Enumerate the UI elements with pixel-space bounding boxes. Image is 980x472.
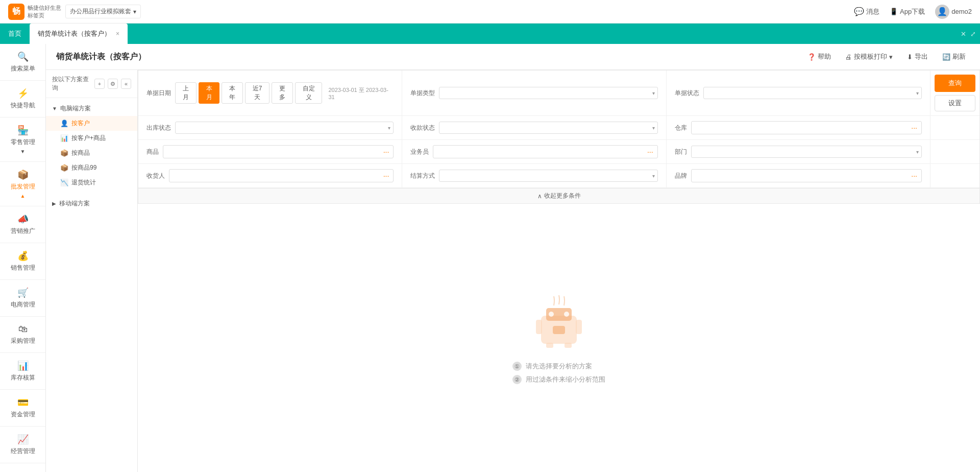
purchase-icon: 🛍 [18,324,28,335]
scheme-panel: 按以下方案查询 + ⚙ « ▼ 电脑端方案 👤 按客户 [46,70,138,472]
receipt-status-select[interactable] [439,122,657,134]
empty-tip-1: ① 请先选择要分析的方案 [512,360,605,373]
retail-icon: 🏪 [17,125,29,136]
date-btn-last-month[interactable]: 上月 [175,82,197,104]
chevron-up-icon: ∧ [537,193,542,200]
scheme-settings-button[interactable]: ⚙ [108,79,118,89]
scheme-panel-header: 按以下方案查询 + ⚙ « [46,70,137,98]
warehouse-label: 仓库 [675,124,687,132]
warehouse-select-button[interactable]: ··· [911,124,917,132]
sidebar-item-wholesale[interactable]: 📦 批发管理 ▲ [0,162,45,206]
scheme-item-by-goods[interactable]: 📦 按商品 [46,146,137,160]
out-status-label: 出库状态 [146,124,171,132]
content-with-panel: 按以下方案查询 + ⚙ « ▼ 电脑端方案 👤 按客户 [46,70,980,472]
sidebar-item-marketing[interactable]: 📣 营销推广 [0,206,45,243]
scheme-item-return-stats[interactable]: 📉 退货统计 [46,175,137,190]
message-button[interactable]: 💬 消息 [854,7,879,16]
expand-icon: ▼ [20,149,26,154]
receiver-label: 收货人 [146,172,165,180]
date-btn-this-month[interactable]: 本月 [199,82,220,104]
dept-select-container [691,146,922,158]
sidebar-item-ecom[interactable]: 🛒 电商管理 [0,280,45,317]
sidebar-item-quick-nav[interactable]: ⚡ 快捷导航 [0,81,45,117]
sidebar-item-search-menu[interactable]: 🔍 搜索菜单 [0,44,45,81]
doc-type-select[interactable] [439,87,657,99]
sidebar-item-retail[interactable]: 🏪 零售管理 ▼ [0,117,45,162]
out-status-select[interactable] [175,122,394,134]
doc-type-label: 单据类型 [410,89,435,98]
add-scheme-button[interactable]: + [94,79,105,89]
salesperson-select-button[interactable]: ··· [647,148,653,156]
app-download-button[interactable]: 📱 App下载 [890,7,925,16]
date-filter-label: 单据日期 [146,89,171,98]
ecom-icon: 🛒 [17,287,29,298]
top-bar-left: 畅 畅捷信好生意 标签页 办公用品行业模拟账套 ▾ [8,4,141,20]
date-btn-7days[interactable]: 近7天 [245,82,270,104]
out-status-select-container [175,122,394,134]
scheme-item-by-customer-goods[interactable]: 📊 按客户+商品 [46,131,137,146]
expand-arrow-icon: ▼ [52,106,57,111]
message-icon: 💬 [854,7,864,16]
settings-button[interactable]: 设置 [935,95,975,111]
expand-arrow-icon: ▶ [52,201,56,206]
collapse-filter-button[interactable]: ∧ 收起更多条件 [138,188,979,203]
settle-method-label: 结算方式 [410,172,435,180]
company-select[interactable]: 办公用品行业模拟账套 ▾ [65,5,141,18]
top-bar: 畅 畅捷信好生意 标签页 办公用品行业模拟账套 ▾ 💬 消息 📱 App下载 👤… [0,0,980,23]
refresh-icon: 🔄 [942,53,950,61]
refresh-button[interactable]: 🔄 刷新 [938,50,970,63]
logo-area: 畅 畅捷信好生意 标签页 [8,4,61,20]
query-button[interactable]: 查询 [935,75,975,92]
user-menu[interactable]: 👤 demo2 [935,5,972,19]
scheme-panel-actions: + ⚙ « [94,79,131,89]
filter-section: 单据日期 上月 本月 本年 近7天 更多 自定义 2023-03-01 至 20… [138,70,980,204]
receiver-select-button[interactable]: ··· [383,172,389,180]
goods-select-button[interactable]: ··· [383,148,389,156]
sidebar-item-finance[interactable]: 💳 资金管理 [0,390,45,427]
doc-status-select[interactable] [703,87,922,99]
sidebar-item-sales[interactable]: 💰 销售管理 [0,243,45,280]
doc-type-select-container [439,87,657,99]
logo-text: 畅捷信好生意 标签页 [28,4,61,19]
home-tab[interactable]: 首页 [0,23,30,44]
date-btn-more[interactable]: 更多 [272,82,293,104]
date-btn-this-year[interactable]: 本年 [222,82,243,104]
dept-select[interactable] [691,146,922,158]
date-btn-custom[interactable]: 自定义 [295,82,323,104]
nav-tabs: 首页 销货单统计表（按客户） × ✕ ⤢ [0,23,980,44]
svg-rect-5 [536,320,542,334]
scheme-item-by-goods99[interactable]: 📦 按商品99 [46,160,137,175]
sales-icon: 💰 [17,250,29,262]
export-button[interactable]: ⬇ 导出 [903,50,932,63]
marketing-icon: 📣 [17,214,29,225]
empty-state-icon [528,290,590,351]
print-icon: 🖨 [845,53,852,61]
print-button[interactable]: 🖨 按模板打印 ▾ [841,50,897,63]
chevron-down-icon: ▾ [133,8,136,15]
svg-rect-4 [553,326,565,334]
receipt-status-select-container [439,122,657,134]
sidebar-item-inventory[interactable]: 📊 库存核算 [0,353,45,390]
scheme-item-by-customer[interactable]: 👤 按客户 [46,116,137,131]
tab-close-button[interactable]: × [116,30,119,37]
collapse-scheme-panel-button[interactable]: « [121,79,131,89]
maximize-window-icon[interactable]: ⤢ [970,30,976,38]
close-window-icon[interactable]: ✕ [961,30,966,38]
settle-method-select[interactable] [439,170,657,182]
active-tab[interactable]: 销货单统计表（按客户） × [30,23,128,44]
brand-select-button[interactable]: ··· [911,172,917,180]
page-header: 销货单统计表（按客户） ❓ 帮助 🖨 按模板打印 ▾ ⬇ 导出 🔄 刷新 [46,44,980,70]
scheme-group-mobile-title[interactable]: ▶ 移动端方案 [46,196,137,211]
help-button[interactable]: ❓ 帮助 [803,50,835,63]
page-title: 销货单统计表（按客户） [56,52,146,62]
sidebar-item-base[interactable]: 🗂 基础信息 [0,463,45,472]
brand-label: 品牌 [675,172,687,180]
scheme-item-icon: 📦 [60,164,68,172]
salesperson-input-container: ··· [433,145,657,158]
avatar: 👤 [935,5,949,19]
sidebar-item-purchase[interactable]: 🛍 采购管理 [0,317,45,353]
sidebar-item-ops[interactable]: 📈 经营管理 [0,427,45,463]
scheme-group-mobile: ▶ 移动端方案 [46,193,137,214]
goods-input-container: ··· [163,145,394,158]
scheme-group-desktop-title[interactable]: ▼ 电脑端方案 [46,101,137,116]
